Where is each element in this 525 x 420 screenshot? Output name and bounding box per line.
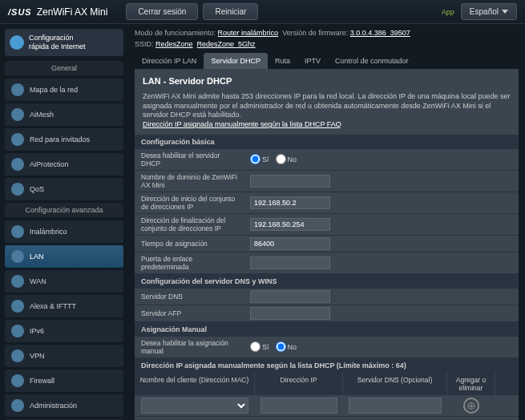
reboot-button[interactable]: Reiniciar (203, 3, 258, 20)
sidebar-item-map[interactable]: Mapa de la red (5, 79, 123, 101)
app-link[interactable]: App (442, 8, 454, 16)
lan-icon (11, 250, 24, 263)
sidebar-item-guest[interactable]: Red para invitados (5, 128, 123, 151)
map-icon (11, 83, 24, 96)
sidebar-item-vpn[interactable]: VPN (5, 345, 123, 367)
ssid2-link[interactable]: RedesZone_5Ghz (197, 40, 256, 48)
main: Modo de funcionamiento: Router inalámbri… (128, 24, 525, 420)
tab-route[interactable]: Ruta (268, 53, 297, 69)
panel-title: LAN - Servidor DHCP (135, 70, 519, 92)
ipv6-icon (11, 325, 24, 337)
wifi-icon (11, 225, 24, 238)
faq-link[interactable]: Dirección IP asignada manualmente según … (143, 120, 341, 128)
sidebar-item-firewall[interactable]: Firewall (5, 370, 123, 392)
quick-setup-button[interactable]: Configuraciónrápida de Internet (5, 29, 123, 56)
domain-input[interactable] (250, 175, 330, 188)
sidebar-item-ipv6[interactable]: IPv6 (5, 320, 123, 342)
dhcp-enable-yes[interactable]: Sí (250, 154, 269, 164)
table-input-row: ⊕ (135, 395, 519, 417)
model-name: ZenWiFi AX Mini (37, 6, 108, 18)
tab-iptv[interactable]: IPTV (297, 53, 328, 69)
ip-end-input[interactable] (250, 218, 330, 231)
section-table: Dirección IP asignada manualmente según … (135, 358, 519, 373)
topbar: /SUS ZenWiFi AX Mini Cerrar sesión Reini… (0, 0, 525, 24)
add-button[interactable]: ⊕ (463, 398, 479, 414)
section-manual: Asignación Manual (135, 322, 519, 337)
sidebar-item-admin[interactable]: Administración (5, 394, 123, 417)
panel-desc: ZenWiFi AX Mini admite hasta 253 direcci… (135, 92, 519, 135)
firewall-icon (11, 374, 24, 387)
sidebar-item-aimesh[interactable]: AiMesh (5, 103, 123, 126)
sidebar-item-alexa[interactable]: Alexa & IFTTT (5, 295, 123, 317)
guest-icon (11, 133, 24, 146)
section-advanced: Configuración avanzada (5, 203, 123, 217)
globe-icon (10, 35, 24, 50)
tab-iplan[interactable]: Dirección IP LAN (135, 53, 204, 69)
dns-input[interactable] (250, 290, 330, 303)
wan-icon (11, 275, 24, 288)
manual-yes[interactable]: Sí (250, 341, 269, 352)
afp-input[interactable] (250, 307, 330, 320)
dns-opt-input[interactable] (349, 398, 442, 414)
lease-input[interactable] (250, 237, 330, 250)
sidebar-item-wireless[interactable]: Inalámbrico (5, 220, 123, 243)
manual-no[interactable]: No (276, 341, 297, 352)
section-dns: Configuración del servidor DNS y WINS (135, 274, 519, 289)
alexa-icon (11, 300, 24, 313)
ip-input[interactable] (260, 398, 338, 414)
mac-select[interactable] (141, 398, 249, 414)
sidebar: Configuraciónrápida de Internet General … (0, 24, 128, 420)
mode-link[interactable]: Router inalámbrico (218, 29, 279, 37)
mesh-icon (11, 108, 24, 121)
dhcp-enable-no[interactable]: No (276, 154, 297, 164)
sidebar-item-aiprotect[interactable]: AiProtection (5, 153, 123, 176)
no-data-msg: No hay datos en la tabla. (135, 417, 519, 420)
sidebar-item-qos[interactable]: QoS (5, 178, 123, 200)
language-select[interactable]: Español (461, 3, 517, 20)
section-basic: Configuración básica (135, 135, 519, 149)
fw-link[interactable]: 3.0.0.4.386_39507 (350, 29, 410, 37)
ssid1-link[interactable]: RedesZone (155, 40, 193, 48)
tabs: Dirección IP LAN Servidor DHCP Ruta IPTV… (135, 53, 519, 70)
ip-start-input[interactable] (250, 196, 330, 209)
vpn-icon (11, 349, 24, 362)
chevron-down-icon (502, 10, 508, 14)
sidebar-item-wan[interactable]: WAN (5, 270, 123, 293)
tab-dhcp[interactable]: Servidor DHCP (204, 53, 268, 69)
section-general: General (5, 61, 123, 75)
admin-icon (11, 399, 24, 412)
sidebar-item-lan[interactable]: LAN (5, 245, 123, 268)
table-header: Nombre del cliente (Dirección MAC)Direcc… (135, 373, 519, 395)
tab-switch[interactable]: Control de conmutador (328, 53, 416, 69)
logout-button[interactable]: Cerrar sesión (126, 3, 198, 20)
gateway-input[interactable] (250, 256, 330, 269)
qos-icon (11, 183, 24, 196)
brand-logo: /SUS (8, 7, 32, 17)
shield-icon (11, 158, 24, 171)
